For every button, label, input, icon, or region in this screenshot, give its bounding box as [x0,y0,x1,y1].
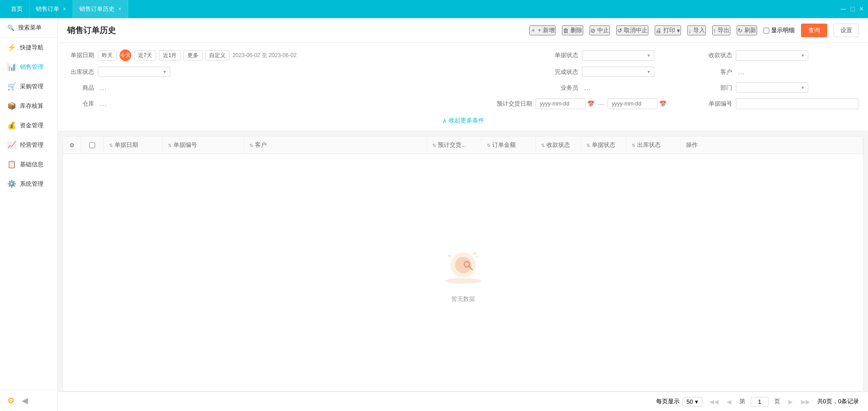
tab-sales-order[interactable]: 销售订单 × [29,0,73,18]
tab-sales-order-close[interactable]: × [63,6,66,12]
cancel-suspend-label: 取消中止 [624,26,647,34]
suspend-icon: ⊘ [590,27,595,34]
date-btn-more[interactable]: 更多 [183,50,202,61]
import-button[interactable]: ↓ 导入 [687,25,706,35]
suspend-button[interactable]: ⊘ 中止 [590,25,610,35]
date-btn-1month[interactable]: 近1月 [159,50,181,61]
window-min-icon[interactable]: ─ [841,5,846,13]
sidebar-item-sales[interactable]: 📊 销售管理 [0,57,58,77]
delete-button[interactable]: 🗑 删除 [562,25,583,35]
calendar-to-icon[interactable]: 📅 [659,101,667,107]
collapse-btn[interactable]: ∧ 收起更多条件 [67,115,859,125]
complete-status-control: ▾ [582,67,705,77]
select-all-checkbox[interactable] [89,142,95,148]
page-title: 销售订单历史 [67,25,529,36]
th-out-status[interactable]: ⇅ 出库状态 [626,136,681,154]
export-button[interactable]: ↑ 导出 [712,25,731,35]
out-status-select[interactable]: ▾ [98,67,170,77]
collapse-arrow-icon: ∧ [442,117,447,124]
page-last-icon[interactable]: ▶▶ [798,397,813,406]
page-num-input[interactable] [751,397,769,406]
finance-icon: 💰 [7,121,16,130]
salesman-dots-icon[interactable]: … [584,84,591,92]
th-code[interactable]: ⇅ 单据编号 [163,136,244,154]
goods-label: 商品 [67,84,94,92]
th-amount[interactable]: ⇅ 订单金额 [481,136,536,154]
tab-sales-order-history[interactable]: 销售订单历史 × [73,0,128,18]
page-size-label: 每页显示 [656,397,680,406]
filter-delivery-date: 预计交货日期 📅 — 📅 [497,98,705,109]
export-label: 导出 [718,26,729,34]
tab-home[interactable]: 首页 [5,0,29,18]
tab-sales-order-history-close[interactable]: × [118,6,121,12]
import-icon: ↓ [688,27,691,34]
display-detail-checkbox[interactable] [763,28,769,34]
page-size-value: 50 [686,398,693,405]
sidebar-item-inventory[interactable]: 📦 库存核算 [0,96,58,116]
print-button[interactable]: 🖨 打印 ▾ [655,25,681,35]
window-close-icon[interactable]: × [859,5,863,13]
sidebar-footer: ⚙ ◀ [0,390,58,411]
collapse-label: 收起更多条件 [449,116,484,125]
department-select[interactable]: ▾ [736,82,808,93]
th-date-label: 单据日期 [115,141,138,149]
page-suffix: 页 [772,396,783,406]
display-detail-label: 显示明细 [771,26,795,34]
th-checkbox[interactable] [81,136,104,154]
date-btn-7days[interactable]: 近7天 [134,50,156,61]
date-btn-custom[interactable]: 自定义 [205,50,230,61]
query-button[interactable]: 查询 [801,24,827,37]
calendar-from-icon[interactable]: 📅 [587,101,595,107]
sidebar-item-basic-info-label: 基础信息 [20,160,43,169]
date-range-text: 2023-06-02 至 2023-06-02 [232,52,296,59]
sidebar-item-system[interactable]: ⚙️ 系统管理 [0,174,58,193]
filter-customer: 客户 … [705,68,859,76]
goods-dots-icon[interactable]: … [100,84,107,92]
date-btn-yesterday[interactable]: 昨天 [98,50,117,61]
order-number-input[interactable] [736,98,859,109]
system-icon: ⚙️ [7,179,16,188]
th-settings[interactable]: ⚙ [63,136,81,154]
settings-button[interactable]: 设置 [834,24,859,37]
warehouse-dots-icon[interactable]: … [100,100,107,108]
page-size-box[interactable]: 50 ▾ [682,397,702,406]
order-status-select[interactable]: ▾ [582,50,654,61]
th-customer[interactable]: ⇅ 客户 [244,136,427,154]
window-max-icon[interactable]: □ [850,5,855,13]
date-btn-today[interactable]: 今天 [120,49,131,61]
filter-order-status: 单据状态 ▾ [551,50,705,61]
th-date[interactable]: ⇅ 单据日期 [104,136,163,154]
delete-icon: 🗑 [563,27,569,34]
sidebar-item-operations[interactable]: 📈 经营管理 [0,135,58,155]
sidebar-item-finance[interactable]: 💰 资金管理 [0,116,58,135]
complete-status-select[interactable]: ▾ [582,67,654,77]
page-nav: ◀◀ ◀ 第 页 ▶ ▶▶ [707,396,813,406]
refresh-label: 刷新 [744,26,756,34]
page-next-icon[interactable]: ▶ [786,397,796,406]
footer-settings-icon[interactable]: ⚙ [7,396,14,406]
th-order-status[interactable]: ⇅ 单据状态 [581,136,626,154]
sidebar-item-quick-nav[interactable]: ⚡ 快捷导航 [0,38,58,57]
sidebar-search-menu[interactable]: 🔍 搜索菜单 [0,18,58,38]
page-prev-icon[interactable]: ◀ [724,397,734,406]
th-delivery[interactable]: ⇅ 预计交货... [427,136,481,154]
filter-row-2: 出库状态 ▾ 完成状态 ▾ [67,67,859,77]
new-button[interactable]: ＋ + 新增 [529,25,556,35]
pagination: 每页显示 50 ▾ ◀◀ ◀ 第 页 ▶ ▶▶ 共0页，0条记录 [58,392,868,411]
page-first-icon[interactable]: ◀◀ [707,397,721,406]
customer-dots-icon[interactable]: … [738,68,745,76]
svg-text:~: ~ [475,253,479,260]
sidebar-item-operations-label: 经营管理 [20,141,43,149]
delivery-date-to[interactable] [608,98,657,109]
display-detail-check[interactable]: 显示明细 [763,26,795,34]
footer-toggle-icon[interactable]: ◀ [22,396,28,406]
th-delivery-label: 预计交货... [438,141,466,149]
refresh-button[interactable]: ↻ 刷新 [737,25,757,35]
th-pay-status[interactable]: ⇅ 收款状态 [536,136,581,154]
sidebar-item-purchase[interactable]: 🛒 采购管理 [0,77,58,96]
payment-status-select[interactable]: ▾ [736,50,808,61]
cancel-suspend-button[interactable]: ↺ 取消中止 [616,25,648,35]
delivery-date-from[interactable] [536,98,585,109]
sidebar-item-basic-info[interactable]: 📋 基础信息 [0,155,58,174]
salesman-label: 业务员 [551,84,578,92]
